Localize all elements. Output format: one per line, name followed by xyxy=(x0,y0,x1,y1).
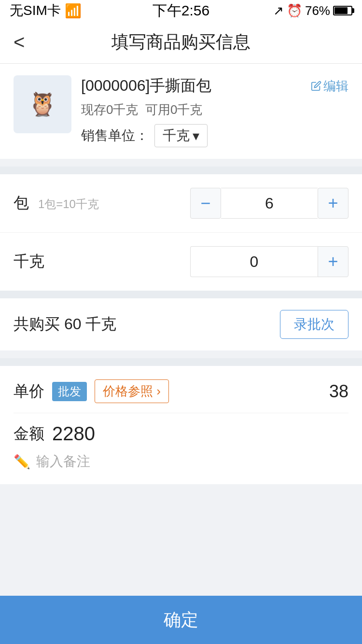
remark-row[interactable]: ✏️ 输入备注 xyxy=(14,452,348,471)
status-right: ↗ ⏰ 76% xyxy=(273,3,352,18)
back-button[interactable]: < xyxy=(14,31,25,53)
edit-label: 编辑 xyxy=(323,78,348,95)
kg-increment-button[interactable]: + xyxy=(318,246,348,277)
page-title: 填写商品购买信息 xyxy=(111,30,251,54)
price-tag: 批发 xyxy=(52,382,87,401)
status-left: 无SIM卡 📶 xyxy=(10,1,82,20)
kg-input-section: 千克 + xyxy=(0,233,362,291)
bao-input[interactable] xyxy=(221,188,318,219)
bao-increment-button[interactable]: + xyxy=(318,188,348,219)
status-bar: 无SIM卡 📶 下午2:56 ↗ ⏰ 76% xyxy=(0,0,362,21)
unit-label: 销售单位： xyxy=(81,126,149,145)
kg-label: 千克 xyxy=(14,251,44,272)
bao-row: 包 1包=10千克 − + xyxy=(14,174,348,232)
total-text: 共购买 60 千克 xyxy=(14,314,116,335)
battery-icon xyxy=(333,6,352,15)
product-card: 🦉 [0000006]手撕面包 编辑 现存0千克 可用0千克 销售单位： 千克 … xyxy=(0,64,362,159)
amount-label: 金额 xyxy=(14,423,44,445)
product-info: [0000006]手撕面包 编辑 现存0千克 可用0千克 销售单位： 千克 ▾ xyxy=(81,75,348,147)
price-ref-button[interactable]: 价格参照 › xyxy=(95,379,169,403)
alarm-icon: ⏰ xyxy=(287,3,302,18)
product-stock: 现存0千克 可用0千克 xyxy=(81,101,348,118)
price-label: 单价 xyxy=(14,381,44,402)
kg-row: 千克 + xyxy=(14,233,348,291)
confirm-text: 确定 xyxy=(164,608,198,632)
product-unit-row: 销售单位： 千克 ▾ xyxy=(81,124,348,147)
unit-select[interactable]: 千克 ▾ xyxy=(154,124,208,147)
bao-input-section: 包 1包=10千克 − + xyxy=(0,174,362,232)
price-row: 单价 批发 价格参照 › 38 xyxy=(14,379,348,403)
price-section: 单价 批发 价格参照 › 38 金额 2280 ✏️ 输入备注 xyxy=(0,366,362,484)
confirm-bar[interactable]: 确定 xyxy=(0,596,362,644)
bao-label-group: 包 1包=10千克 xyxy=(14,193,99,214)
section-divider-2 xyxy=(0,291,362,298)
battery-percent: 76% xyxy=(305,3,330,18)
kg-stepper: + xyxy=(190,246,348,277)
nav-bar: < 填写商品购买信息 xyxy=(0,21,362,64)
wifi-icon: 📶 xyxy=(65,3,82,19)
unit-chevron-icon: ▾ xyxy=(193,128,199,144)
kg-input[interactable] xyxy=(190,246,318,277)
total-row: 共购买 60 千克 录批次 xyxy=(0,298,362,350)
section-divider-3 xyxy=(0,358,362,366)
amount-row: 金额 2280 xyxy=(14,423,348,445)
price-divider xyxy=(14,413,348,413)
bao-hint: 1包=10千克 xyxy=(38,197,99,210)
time-label: 下午2:56 xyxy=(153,1,209,21)
bao-label: 包 xyxy=(14,194,29,211)
batch-button[interactable]: 录批次 xyxy=(280,310,348,339)
bao-decrement-button[interactable]: − xyxy=(190,188,221,219)
product-thumb-icon: 🦉 xyxy=(28,91,57,118)
pencil-icon: ✏️ xyxy=(14,454,30,470)
price-value: 38 xyxy=(329,381,348,402)
edit-link[interactable]: 编辑 xyxy=(311,78,348,95)
unit-value: 千克 xyxy=(163,126,190,145)
product-name: [0000006]手撕面包 xyxy=(81,75,211,97)
location-icon: ↗ xyxy=(273,3,284,18)
product-name-row: [0000006]手撕面包 编辑 xyxy=(81,75,348,97)
bao-stepper: − + xyxy=(190,188,348,219)
remark-placeholder: 输入备注 xyxy=(36,452,90,471)
amount-value: 2280 xyxy=(52,423,95,445)
carrier-label: 无SIM卡 xyxy=(10,1,61,20)
product-thumbnail: 🦉 xyxy=(14,75,71,133)
section-divider-1 xyxy=(0,167,362,174)
